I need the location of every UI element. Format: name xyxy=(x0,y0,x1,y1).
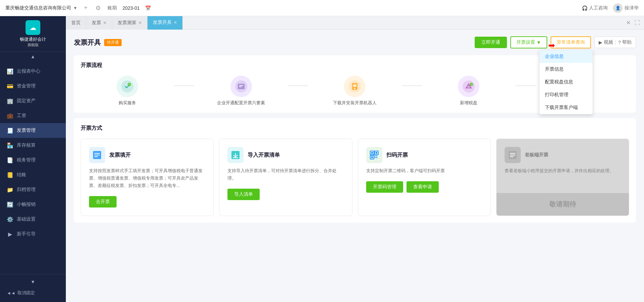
svg-text:+: + xyxy=(471,83,472,86)
go-invoice-button[interactable]: 去开票 xyxy=(89,196,117,207)
page-actions: 立即开通 开票设置 ▼ 异常清单查询 ▶ 视频 | ? 帮助 xyxy=(475,36,636,48)
method-title-1: 发票填开 xyxy=(109,152,131,159)
add-tab-button[interactable]: + xyxy=(83,4,89,11)
cancel-fixed-button[interactable]: ◄◄ 取消固定 xyxy=(0,287,66,299)
immediate-open-button[interactable]: 立即开通 xyxy=(475,37,507,48)
sidebar-item-label: 结账 xyxy=(17,172,26,178)
dropdown-item-tax-config[interactable]: 配置税盘信息 xyxy=(540,76,593,88)
maximize-tab-button[interactable]: ⛶ xyxy=(633,18,641,27)
tab-invoice-calc[interactable]: 发票测算 ✕ xyxy=(112,16,147,30)
divider: | xyxy=(615,40,616,45)
method-desc-3: 支持定制开票二维码，客户端可扫码开票 xyxy=(366,167,482,175)
sidebar-item-label: 发票管理 xyxy=(17,127,36,134)
sidebar-scroll-down[interactable]: ▼ xyxy=(0,277,66,287)
method-desc-4: 查看老板端小程序提交的开票申请，并作出相应的处理。 xyxy=(505,167,621,175)
logo-text: 畅捷通好会计 xyxy=(20,36,46,42)
payroll-icon: 💼 xyxy=(7,112,13,119)
sidebar-item-expense[interactable]: 🔄 小畅报销 xyxy=(0,197,66,212)
dropdown-item-company[interactable]: 企业信息 xyxy=(540,50,593,63)
dropdown-item-invoice-info[interactable]: 开票信息 xyxy=(540,63,593,76)
tab-close-icon[interactable]: ✕ xyxy=(138,21,142,25)
invoice-settings-button[interactable]: 开票设置 ▼ xyxy=(510,36,547,48)
sidebar-item-assets[interactable]: 🏢 固定资产 xyxy=(0,93,66,108)
sidebar-item-tax[interactable]: 📑 税务管理 xyxy=(0,153,66,167)
step-connector-3 xyxy=(402,85,422,86)
red-arrow-indicator: ➡ xyxy=(548,41,555,50)
sidebar-item-payroll[interactable]: 💼 工资 xyxy=(0,108,66,123)
sidebar-item-guide[interactable]: ▶ 新手引导 xyxy=(0,227,66,241)
settings-label: 开票设置 xyxy=(516,39,535,45)
avatar-icon: 👤 xyxy=(615,6,620,10)
method-actions-2: 导入清单 xyxy=(227,189,344,200)
step-icon-3 xyxy=(344,76,366,97)
period-calendar-icon[interactable]: 📅 xyxy=(145,5,151,11)
sidebar-item-finance[interactable]: 💳 资金管理 xyxy=(0,79,66,93)
company-name: 重庆畅捷交通信息咨询有限公司 xyxy=(5,5,71,11)
tab-invoice-open[interactable]: 发票开具 ✕ xyxy=(147,16,183,30)
help-button[interactable]: ▶ 视频 | ? 帮助 xyxy=(594,37,636,48)
settings-gear-icon[interactable]: ⚙ xyxy=(94,4,102,12)
dropdown-item-printer[interactable]: 打印机管理 xyxy=(540,88,593,101)
method-cards: 发票填开 支持按照发票样式手工填开发票；可开具增值税电子普通发票、增值税普通发票… xyxy=(81,139,629,216)
close-tab-button[interactable]: ✕ xyxy=(625,18,632,27)
view-apply-button[interactable]: 查看申请 xyxy=(406,181,439,193)
headset-icon: 🎧 xyxy=(582,5,588,11)
question-icon: ? xyxy=(618,40,621,45)
sidebar-item-inventory[interactable]: 🏪 库存核算 xyxy=(0,138,66,153)
sidebar-item-archive[interactable]: 📁 归档管理 xyxy=(0,182,66,197)
tab-close-icon[interactable]: ✕ xyxy=(103,21,106,25)
top-header: 重庆畅捷交通信息咨询有限公司 ▼ + ⚙ 账期 2023-01 📅 🎧 人工咨询… xyxy=(0,0,644,16)
svg-text:税: 税 xyxy=(467,85,470,88)
step-label-2: 企业开通配置开票六要素 xyxy=(217,100,265,106)
settings-icon: ⚙️ xyxy=(7,216,13,223)
tab-label: 发票 xyxy=(92,20,101,26)
logo-icon: ☁ xyxy=(26,20,40,35)
sidebar-scroll-up[interactable]: ▲ xyxy=(0,52,66,61)
step-connector-1 xyxy=(174,85,195,86)
support-label: 人工咨询 xyxy=(589,5,608,11)
sidebar-item-label: 工资 xyxy=(17,113,26,119)
process-step-1: + 购买服务 xyxy=(81,76,174,106)
process-step-2: 企业开通配置开票六要素 xyxy=(195,76,288,106)
support-button[interactable]: 🎧 人工咨询 xyxy=(582,5,608,11)
page-content: 发票开具 待开通 立即开通 开票设置 ▼ 异常清单查询 ▶ 视频 xyxy=(66,30,644,302)
sidebar-item-label: 云报表中心 xyxy=(17,68,40,74)
pin-icon: ◄◄ xyxy=(7,291,15,296)
expense-icon: 🔄 xyxy=(7,201,13,208)
step-label-1: 购买服务 xyxy=(119,100,136,106)
dropdown-item-download-client[interactable]: 下载开票客户端 xyxy=(540,101,593,114)
abnormal-list-button[interactable]: 异常清单查询 xyxy=(551,36,591,48)
sidebar-item-reports[interactable]: 📊 云报表中心 xyxy=(0,64,66,79)
coming-soon-overlay: 敬请期待 xyxy=(497,193,629,216)
dropdown-item-label: 企业信息 xyxy=(545,53,564,59)
import-list-button[interactable]: 导入清单 xyxy=(227,189,260,200)
dropdown-menu: ➡ 企业信息 开票信息 配置税盘信息 xyxy=(539,50,593,114)
tab-label: 首页 xyxy=(71,20,81,26)
archive-icon: 📁 xyxy=(7,186,13,193)
method-card-fill: 发票填开 支持按照发票样式手工填开发票；可开具增值税电子普通发票、增值税普通发票… xyxy=(81,139,214,216)
page-header: 发票开具 待开通 立即开通 开票设置 ▼ 异常清单查询 ▶ 视频 xyxy=(74,36,636,48)
method-card-boss: 老板端开票 查看老板端小程序提交的开票申请，并作出相应的处理。 敬请期待 xyxy=(496,139,629,216)
sidebar-item-label: 基础设置 xyxy=(17,216,36,222)
sidebar-bottom: ▼ ◄◄ 取消固定 xyxy=(0,274,66,302)
step-icon-2 xyxy=(230,76,252,97)
method-card-header-3: 扫码开票 xyxy=(366,147,482,163)
tab-close-icon[interactable]: ✕ xyxy=(174,20,177,25)
avatar: 👤 xyxy=(613,3,622,13)
cancel-fixed-label: 取消固定 xyxy=(17,290,35,296)
sidebar-item-invoice[interactable]: 🧾 发票管理 xyxy=(0,123,66,138)
svg-text:+: + xyxy=(129,83,130,86)
dropdown-item-label: 配置税盘信息 xyxy=(545,79,573,84)
sidebar-item-settings[interactable]: ⚙️ 基础设置 xyxy=(0,212,66,227)
company-selector[interactable]: 重庆畅捷交通信息咨询有限公司 ▼ xyxy=(5,5,77,11)
sidebar-item-label: 库存核算 xyxy=(17,142,36,148)
dropdown-item-label: 开票信息 xyxy=(545,66,564,72)
tab-home[interactable]: 首页 xyxy=(66,16,86,30)
user-menu[interactable]: 👤 徐泽华 xyxy=(613,3,639,13)
tab-invoice[interactable]: 发票 ✕ xyxy=(86,16,112,30)
qr-manage-button[interactable]: 开票码管理 xyxy=(366,181,403,193)
settle-icon: 📒 xyxy=(7,172,13,178)
method-actions-1: 去开票 xyxy=(89,196,205,207)
sidebar-item-settle[interactable]: 📒 结账 xyxy=(0,167,66,182)
help-label: 帮助 xyxy=(622,39,632,45)
